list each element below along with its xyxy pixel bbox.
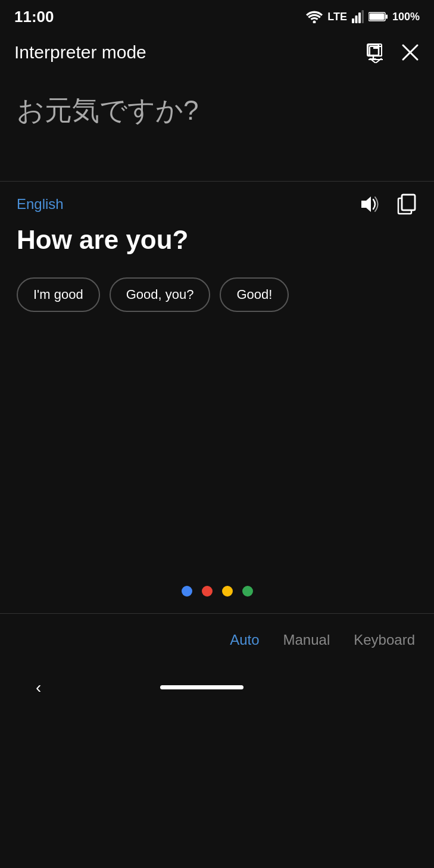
yellow-dot [222,586,233,597]
status-icons: LTE 100% [306,10,420,23]
speaker-button[interactable] [358,193,379,215]
wifi-icon [306,10,323,23]
svg-rect-4 [361,10,364,23]
language-label: English [17,196,64,213]
translation-header: English [17,193,417,215]
pin-to-home-button[interactable] [365,42,386,63]
svg-rect-6 [386,15,388,19]
source-section: お元気ですか? [0,74,434,181]
suggestions: I'm good Good, you? Good! [17,277,417,312]
svg-rect-1 [352,18,354,23]
signal-icon [352,10,364,23]
auto-mode-button[interactable]: Auto [230,632,259,648]
page-title: Interpreter mode [14,42,146,63]
pin-to-home-icon [365,42,386,63]
copy-button[interactable] [396,193,417,215]
translated-text: How are you? [17,224,417,256]
close-button[interactable] [401,43,420,62]
svg-rect-2 [355,15,357,23]
svg-rect-7 [369,14,384,20]
middle-space [0,329,434,567]
blue-dot [182,586,192,597]
top-bar-actions [365,42,420,63]
svg-marker-13 [361,196,371,212]
top-bar: Interpreter mode [0,31,434,74]
lte-label: LTE [327,11,347,23]
nav-bar: ‹ [0,666,434,714]
suggestion-chip-2[interactable]: Good, you? [110,277,211,312]
red-dot [202,586,213,597]
back-button[interactable]: ‹ [36,678,41,697]
battery-icon [369,11,388,22]
translation-icons [358,193,417,215]
close-icon [401,43,420,62]
svg-point-0 [313,21,316,24]
status-time: 11:00 [14,8,54,26]
bottom-mode-bar: Auto Manual Keyboard [0,614,434,666]
svg-rect-3 [358,13,361,23]
green-dot [242,586,253,597]
svg-rect-15 [402,195,415,210]
source-text: お元気ですか? [17,95,199,126]
battery-label: 100% [392,11,420,23]
google-dots [0,567,434,613]
translation-section: English How are you? I'm good Good, you? [0,182,434,329]
home-indicator[interactable] [160,685,243,689]
suggestion-chip-3[interactable]: Good! [220,277,289,312]
keyboard-mode-button[interactable]: Keyboard [354,632,415,648]
status-bar: 11:00 LTE 100% [0,0,434,31]
speaker-icon [358,193,379,215]
manual-mode-button[interactable]: Manual [283,632,330,648]
suggestion-chip-1[interactable]: I'm good [17,277,100,312]
copy-icon [396,193,417,215]
